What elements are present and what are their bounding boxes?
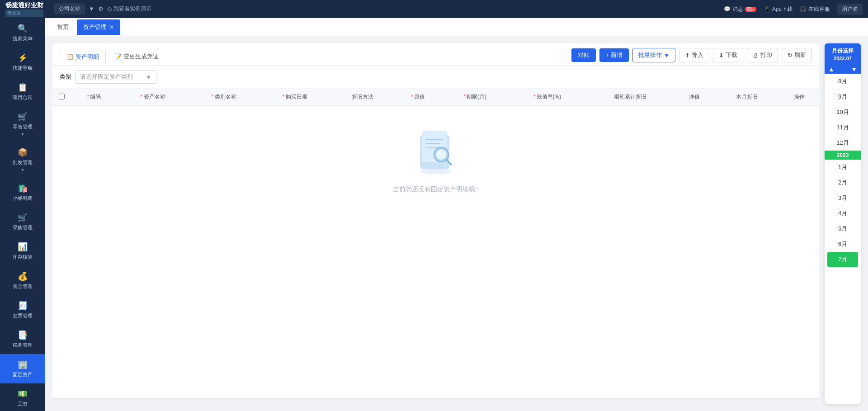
retail-icon: 🛒 [18,112,28,122]
batch-button[interactable]: 批量操作 ▼ [632,48,675,62]
change-voucher-icon: 📝 [114,53,122,60]
month-item[interactable]: 6月 [825,236,861,252]
top-bar-left: 畅捷通好业财 专业版 公司名称 ▼ ⚙ ◎ 我要看实例演示 [5,1,719,17]
th-net-value: 净值 [675,89,715,106]
settings-icon[interactable]: ⚙ [98,5,104,12]
tab-bar: 首页 资产管理 ✕ [45,18,868,36]
month-panel-nav: ▲ ▼ [825,65,861,74]
sidebar-item-finance[interactable]: 💰 资金管理 [0,266,45,295]
th-accumulated-depreciation: 期初累计折旧 [586,89,675,106]
empty-state: 当前您还没有固定资产明细哦~ [52,106,819,212]
th-name: *资产名称 [118,89,189,106]
sidebar-item-payroll[interactable]: 💵 工资 [0,383,45,411]
svg-point-7 [436,150,446,160]
month-up-arrow[interactable]: ▲ [828,66,835,73]
th-purchase-date: *购买日期 [259,89,330,106]
month-item[interactable]: 7月 [827,252,858,267]
company-name[interactable]: 公司名称 [54,3,85,14]
top-bar: 畅捷通好业财 专业版 公司名称 ▼ ⚙ ◎ 我要看实例演示 💬 消息 99+ 📱… [0,0,868,18]
empty-text: 当前您还没有固定资产明细哦~ [393,185,479,194]
batch-dropdown-icon: ▼ [664,52,670,59]
th-operation: 操作 [779,89,819,106]
sidebar-item-ecommerce[interactable]: 🛍️ 小畅电商 [0,178,45,207]
sidebar-item-retail[interactable]: 🛒 零售管理 ▼ [0,106,45,142]
sidebar: 🔍 搜索菜单 ⚡ 快捷导航 📋 项目合同 🛒 零售管理 ▼ 📦 批发管理 ▼ 🛍… [0,18,45,411]
dropdown-icon[interactable]: ▼ [89,5,94,12]
th-monthly-depreciation: 本月折旧 [715,89,779,106]
retail-arrow: ▼ [21,132,25,137]
ecommerce-icon: 🛍️ [18,183,28,193]
user-info[interactable]: 用户名 [837,4,863,15]
tab-close-icon[interactable]: ✕ [109,24,114,30]
demo-button[interactable]: ◎ 我要看实例演示 [107,5,151,13]
sidebar-item-quick-nav[interactable]: ⚡ 快捷导航 [0,47,45,77]
sidebar-item-purchase[interactable]: 🛒 采购管理 [0,207,45,236]
sidebar-item-fixed-assets[interactable]: 🏢 固定资产 [0,354,45,383]
month-item[interactable]: 11月 [825,120,861,135]
table-wrap: *编码 *资产名称 *类别名称 *购买日期 [52,89,819,398]
content-area: 首页 资产管理 ✕ 📋 资产明细 📝 变更生成凭证 [45,18,868,411]
month-item[interactable]: 12月 [825,135,861,151]
sidebar-item-inventory[interactable]: 📊 库存核算 [0,236,45,266]
month-panel: 月份选择 2022.07 ▲ ▼ 8月9月10月11月12月20231月2月3月… [825,43,861,404]
month-down-arrow[interactable]: ▼ [851,66,857,73]
main-panel: 📋 资产明细 📝 变更生成凭证 对账 + 新增 批量操作 ▼ [52,43,819,404]
app-download-button[interactable]: 📱 App下载 [764,5,793,13]
month-item[interactable]: 1月 [825,160,861,175]
sidebar-item-search[interactable]: 🔍 搜索菜单 [0,18,45,47]
online-service-button[interactable]: 🎧 在线客服 [800,5,830,13]
tab-home[interactable]: 首页 [51,19,75,35]
month-list: 8月9月10月11月12月20231月2月3月4月5月6月7月 [825,74,861,267]
sidebar-item-project[interactable]: 📋 项目合同 [0,77,45,106]
top-bar-right: 💬 消息 99+ 📱 App下载 🎧 在线客服 用户名 [724,4,863,15]
import-icon: ⬆ [685,52,690,59]
wholesale-icon: 📦 [18,147,28,157]
sub-tabs: 📋 资产明细 📝 变更生成凭证 对账 + 新增 批量操作 ▼ [52,43,819,66]
fixed-assets-icon: 🏢 [18,359,28,369]
month-item[interactable]: 8月 [825,74,861,89]
import-button[interactable]: ⬆ 导入 [679,48,709,62]
reconcile-button[interactable]: 对账 [571,48,596,62]
wholesale-arrow: ▼ [21,168,25,172]
add-button[interactable]: + 新增 [599,48,629,62]
message-button[interactable]: 💬 消息 99+ [724,5,756,13]
asset-detail-icon: 📋 [66,53,74,60]
month-item[interactable]: 2月 [825,175,861,190]
filter-dropdown-icon: ▼ [146,74,151,80]
page-content: 📋 资产明细 📝 变更生成凭证 对账 + 新增 批量操作 ▼ [45,36,868,411]
tax-icon: 📑 [18,330,28,340]
filter-label: 类别 [60,73,71,81]
th-depreciation-method: 折旧方法 [330,89,395,106]
sub-tab-asset-detail[interactable]: 📋 资产明细 [60,50,106,64]
month-item[interactable]: 3月 [825,190,861,206]
th-period: *期限(月) [442,89,509,106]
payroll-icon: 💵 [18,389,28,399]
filter-left: 类别 请选择固定资产类别 ▼ [60,70,812,84]
filter-select[interactable]: 请选择固定资产类别 ▼ [75,70,156,84]
print-button[interactable]: 🖨 打印 [747,48,778,62]
month-item[interactable]: 5月 [825,221,861,236]
finance-icon: 💰 [18,271,28,281]
svg-point-9 [438,151,441,155]
download-icon: ⬇ [719,52,724,59]
search-icon: 🔍 [18,24,28,33]
month-item[interactable]: 9月 [825,89,861,104]
th-residual-rate: *残值率(%) [509,89,586,106]
scroll-bar[interactable] [52,398,819,404]
tab-asset-mgmt[interactable]: 资产管理 ✕ [77,19,120,35]
month-panel-header: 月份选择 2022.07 [825,43,861,65]
sub-tab-change-voucher[interactable]: 📝 变更生成凭证 [108,49,165,64]
quick-nav-icon: ⚡ [18,53,28,63]
sidebar-item-tax[interactable]: 📑 税务管理 [0,325,45,354]
message-badge: 99+ [745,7,756,12]
month-item[interactable]: 10月 [825,104,861,120]
refresh-button[interactable]: ↻ 刷新 [782,48,812,62]
select-all-checkbox[interactable] [59,94,65,99]
asset-table: *编码 *资产名称 *类别名称 *购买日期 [52,89,819,106]
download-button[interactable]: ⬇ 下载 [713,48,743,62]
month-item[interactable]: 4月 [825,206,861,221]
sidebar-item-invoice[interactable]: 🧾 发票管理 [0,295,45,325]
th-code: *编码 [71,89,118,106]
sidebar-item-wholesale[interactable]: 📦 批发管理 ▼ [0,142,45,178]
main-layout: 🔍 搜索菜单 ⚡ 快捷导航 📋 项目合同 🛒 零售管理 ▼ 📦 批发管理 ▼ 🛍… [0,18,868,411]
